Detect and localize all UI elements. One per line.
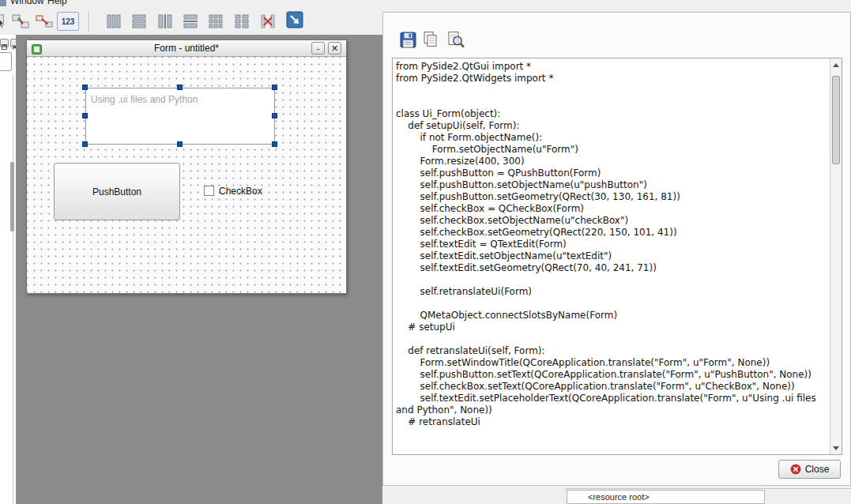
form-canvas[interactable]: Using .ui files and Python PushButton Ch… — [27, 57, 346, 293]
selection-handle-bottom-right[interactable] — [272, 141, 277, 147]
selection-handle-bottom-left[interactable] — [82, 141, 88, 147]
menu-help[interactable]: Help — [47, 0, 67, 6]
edit-signals-slots-icon[interactable] — [11, 12, 30, 31]
form-window: Form - untitled* - ✕ Using .ui files and… — [26, 39, 347, 294]
code-preview-dialog: from PySide2.QtGui import * from PySide2… — [382, 12, 851, 486]
lay-out-in-form-layout-icon[interactable] — [234, 12, 250, 31]
code-scrollbar-handle[interactable] — [832, 76, 840, 164]
menubar: Window Help — [0, 0, 851, 7]
lay-out-in-grid-icon[interactable] — [208, 12, 224, 31]
scroll-down-icon[interactable] — [830, 442, 842, 454]
close-circle-icon — [790, 464, 801, 475]
checkbox-indicator[interactable] — [204, 186, 214, 196]
code-view: from PySide2.QtGui import * from PySide2… — [392, 58, 842, 455]
lay-out-horizontally-icon[interactable] — [106, 12, 122, 31]
selection-handle-bottom-mid[interactable] — [177, 141, 183, 147]
widgetbox-scrollbar-handle[interactable] — [10, 162, 14, 231]
close-window-button[interactable]: ✕ — [328, 42, 341, 55]
edit-widgets-icon[interactable] — [0, 12, 8, 31]
selection-handle-top-right[interactable] — [272, 85, 277, 90]
pushbutton-widget[interactable]: PushButton — [54, 163, 180, 220]
break-layout-icon[interactable] — [260, 12, 276, 31]
pushbutton-label: PushButton — [92, 186, 141, 197]
textedit-widget[interactable]: Using .ui files and Python — [85, 88, 275, 145]
resource-root-item[interactable]: <resource root> — [588, 491, 764, 503]
app-icon — [0, 0, 6, 6]
scroll-up-icon[interactable] — [830, 58, 842, 71]
code-scrollbar[interactable] — [830, 58, 842, 454]
edit-tab-order-icon[interactable]: 123 — [57, 12, 79, 31]
selection-handle-mid-right[interactable] — [272, 113, 277, 118]
close-button-label: Close — [805, 464, 830, 475]
selection-handle-top-left[interactable] — [82, 85, 88, 90]
resource-browser: <resource root> — [567, 490, 765, 504]
lay-out-horizontally-in-splitter-icon[interactable] — [157, 12, 173, 31]
selection-handle-mid-left[interactable] — [82, 113, 88, 118]
save-icon[interactable] — [397, 30, 418, 49]
code-text[interactable]: from PySide2.QtGui import * from PySide2… — [393, 58, 830, 454]
form-titlebar[interactable]: Form - untitled* - ✕ — [27, 40, 346, 57]
edit-buddies-icon[interactable] — [35, 12, 54, 31]
qt-designer-window: Window Help 123 — [0, 0, 851, 504]
checkbox-label: CheckBox — [219, 186, 262, 197]
widget-filter-input[interactable] — [0, 52, 12, 71]
menu-window[interactable]: Window — [10, 0, 44, 6]
form-window-icon — [32, 43, 42, 58]
find-icon[interactable] — [446, 30, 466, 49]
toolbar-separator — [88, 11, 90, 32]
textedit-placeholder: Using .ui files and Python — [91, 94, 198, 105]
widget-box-dock — [0, 35, 16, 504]
selection-handle-top-mid[interactable] — [177, 85, 183, 90]
minimize-button[interactable]: - — [311, 42, 325, 55]
lay-out-vertically-icon[interactable] — [131, 12, 147, 31]
copy-icon[interactable] — [420, 30, 441, 49]
lay-out-vertically-in-splitter-icon[interactable] — [183, 12, 198, 31]
dock-float-icon[interactable] — [0, 39, 9, 47]
resource-browser-divider — [565, 488, 851, 489]
checkbox-widget[interactable]: CheckBox — [204, 185, 262, 197]
form-window-title: Form - untitled* — [27, 40, 346, 56]
mdi-area: Form - untitled* - ✕ Using .ui files and… — [16, 35, 382, 504]
widgetbox-scrollbar[interactable] — [13, 75, 13, 504]
adjust-size-icon[interactable] — [285, 10, 304, 29]
close-dialog-button[interactable]: Close — [778, 460, 841, 479]
